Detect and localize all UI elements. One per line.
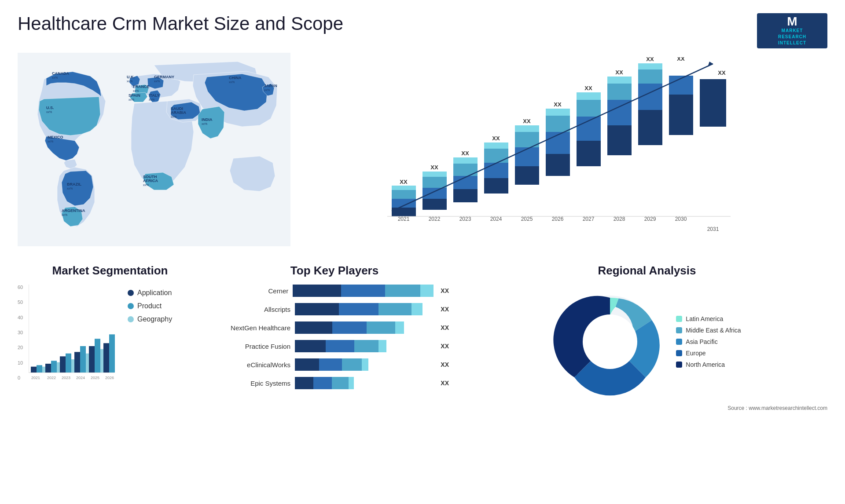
reg-label-asia-pacific: Asia Pacific: [686, 338, 717, 345]
growth-chart-section: XX 2021 XX 2022 XX 2023: [299, 53, 827, 255]
svg-text:XX: XX: [718, 69, 726, 76]
top-content: CANADA xx% U.S. xx% MEXICO xx% BRAZIL xx…: [0, 53, 845, 255]
bar-2031: 2031 XX: [700, 69, 726, 232]
svg-text:U.K.: U.K.: [127, 75, 135, 79]
svg-text:2028: 2028: [614, 216, 625, 222]
logo-line1: MARKET: [782, 28, 803, 34]
bar-2027: XX 2027: [577, 85, 601, 222]
svg-line-94: [392, 64, 713, 211]
svg-rect-39: [422, 199, 447, 210]
svg-text:INDIA: INDIA: [202, 117, 213, 122]
player-bar-cerner: [293, 285, 434, 297]
svg-text:XX: XX: [584, 85, 592, 91]
reg-legend-asia-pacific: Asia Pacific: [676, 338, 741, 345]
svg-text:AFRICA: AFRICA: [143, 179, 158, 183]
legend-geography: Geography: [128, 315, 172, 323]
reg-dot-north-america: [676, 362, 682, 368]
svg-rect-34: [392, 199, 416, 208]
player-seg4-eclinicalworks: [362, 358, 368, 371]
svg-text:xx%: xx%: [264, 88, 270, 91]
svg-text:SPAIN: SPAIN: [129, 93, 140, 98]
svg-rect-111: [89, 346, 95, 373]
svg-text:ARGENTINA: ARGENTINA: [62, 208, 85, 213]
svg-text:ARABIA: ARABIA: [171, 110, 186, 115]
svg-rect-65: [546, 116, 570, 132]
svg-text:xx%: xx%: [48, 140, 53, 143]
svg-text:XX: XX: [400, 179, 408, 185]
player-seg3-practicefusion: [354, 340, 378, 352]
svg-text:2030: 2030: [675, 216, 687, 222]
regional-title: Regional Analysis: [467, 264, 827, 278]
svg-rect-100: [37, 365, 42, 373]
bar-2028: XX 2028: [607, 69, 632, 222]
svg-rect-83: [638, 69, 662, 84]
player-name-allscripts: Allscripts: [220, 306, 290, 313]
svg-text:2023: 2023: [459, 216, 471, 222]
svg-text:XX: XX: [461, 150, 469, 157]
reg-dot-europe: [676, 350, 682, 356]
player-xx-practicefusion: XX: [441, 343, 449, 350]
svg-rect-60: [515, 125, 539, 132]
svg-text:2026: 2026: [552, 216, 564, 222]
player-seg3-eclinicalworks: [342, 358, 362, 371]
bar-2021: XX 2021: [392, 179, 416, 222]
logo-line3: INTELLECT: [778, 40, 806, 46]
player-seg3-cerner: [385, 285, 420, 297]
svg-text:2024: 2024: [76, 376, 85, 380]
svg-point-123: [583, 314, 637, 369]
logo-letter: M: [787, 15, 797, 28]
svg-rect-71: [577, 100, 601, 117]
player-name-practicefusion: Practice Fusion: [220, 343, 290, 350]
player-name-cerner: Cerner: [220, 287, 288, 295]
player-row-eclinicalworks: eClinicalWorks XX: [220, 358, 449, 371]
world-map-section: CANADA xx% U.S. xx% MEXICO xx% BRAZIL xx…: [18, 53, 290, 255]
donut-svg: [553, 285, 667, 399]
legend-application: Application: [128, 289, 172, 297]
svg-text:2026: 2026: [105, 376, 114, 380]
svg-text:xx%: xx%: [143, 183, 149, 186]
reg-legend-middle-east: Middle East & Africa: [676, 327, 741, 334]
svg-rect-51: [484, 178, 508, 194]
reg-dot-middle-east: [676, 327, 682, 333]
svg-text:XX: XX: [523, 118, 531, 124]
svg-rect-58: [515, 147, 539, 166]
legend-label-application: Application: [137, 289, 172, 297]
svg-rect-47: [453, 164, 478, 176]
reg-legend-north-america: North America: [676, 361, 741, 368]
svg-text:2022: 2022: [429, 216, 441, 222]
player-seg3-epicsystems: [332, 377, 349, 389]
players-title: Top Key Players: [220, 264, 449, 278]
svg-text:GERMANY: GERMANY: [154, 75, 174, 79]
svg-text:xx%: xx%: [46, 110, 52, 113]
players-section: Top Key Players Cerner XX Allscripts: [220, 264, 449, 399]
svg-text:xx%: xx%: [202, 122, 207, 125]
svg-rect-99: [31, 367, 37, 373]
player-seg1-eclinicalworks: [295, 358, 319, 371]
svg-text:2021: 2021: [31, 376, 40, 380]
svg-text:2023: 2023: [62, 376, 70, 380]
svg-text:ITALY: ITALY: [149, 93, 160, 98]
bar-2024: XX 2024: [484, 135, 508, 222]
player-name-eclinicalworks: eClinicalWorks: [220, 361, 290, 369]
player-name-epicsystems: Epic Systems: [220, 380, 290, 387]
svg-text:XX: XX: [554, 101, 562, 108]
svg-text:FRANCE: FRANCE: [133, 84, 150, 89]
svg-text:XX: XX: [430, 164, 438, 171]
svg-text:XX: XX: [615, 69, 623, 76]
svg-text:xx%: xx%: [127, 80, 132, 83]
svg-rect-54: [484, 142, 508, 149]
players-bars: Cerner XX Allscripts XX: [220, 285, 449, 389]
regional-legend: Latin America Middle East & Africa Asia …: [676, 315, 741, 368]
svg-rect-76: [607, 100, 632, 125]
growth-chart-svg: XX 2021 XX 2022 XX 2023: [308, 57, 819, 251]
legend-dot-geography: [128, 316, 134, 322]
player-seg2-allscripts: [339, 303, 378, 315]
svg-text:2024: 2024: [490, 216, 502, 222]
svg-rect-102: [45, 364, 51, 373]
svg-rect-114: [103, 343, 109, 373]
svg-text:CHINA: CHINA: [229, 76, 242, 80]
svg-rect-106: [66, 354, 71, 373]
svg-rect-103: [51, 361, 57, 373]
svg-rect-84: [638, 63, 662, 69]
svg-rect-112: [95, 339, 100, 373]
